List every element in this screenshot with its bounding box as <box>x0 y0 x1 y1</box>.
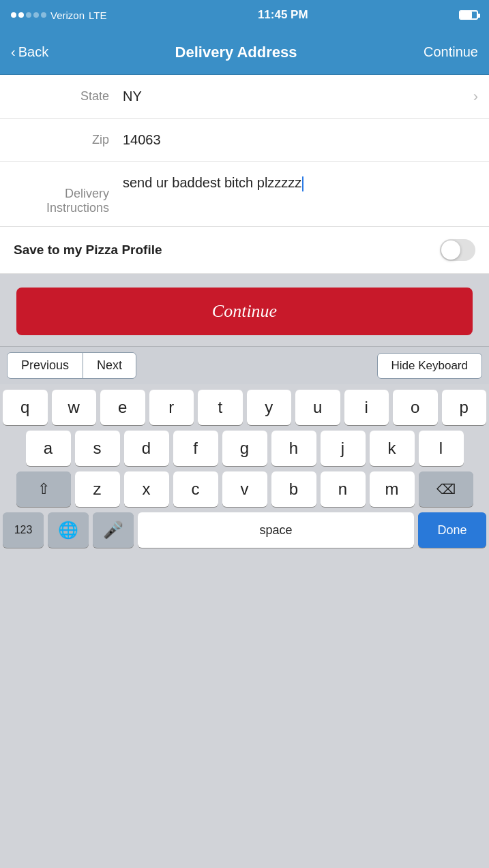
key-v[interactable]: v <box>222 471 267 507</box>
key-l[interactable]: l <box>419 431 464 466</box>
back-button[interactable]: ‹ Back <box>11 44 48 60</box>
key-z[interactable]: z <box>75 471 120 507</box>
status-right <box>459 10 478 20</box>
chevron-right-icon: › <box>473 88 478 106</box>
keyboard: q w e r t y u i o p a s d f g h j k l ⇧ … <box>0 384 489 556</box>
shift-icon: ⇧ <box>38 480 50 498</box>
previous-button[interactable]: Previous <box>8 353 83 378</box>
globe-key[interactable]: 🌐 <box>48 512 89 548</box>
keyboard-row-1: q w e r t y u i o p <box>3 390 486 425</box>
state-row[interactable]: State NY › <box>0 75 489 119</box>
done-key[interactable]: Done <box>418 512 486 548</box>
hide-keyboard-button[interactable]: Hide Keyboard <box>377 353 482 379</box>
status-left: Verizon LTE <box>11 10 106 21</box>
key-k[interactable]: k <box>370 431 415 466</box>
microphone-key[interactable]: 🎤 <box>93 512 134 548</box>
key-e[interactable]: e <box>100 390 145 425</box>
key-c[interactable]: c <box>173 471 218 507</box>
signal-dot-1 <box>11 12 16 18</box>
key-j[interactable]: j <box>321 431 366 466</box>
delivery-instructions-value[interactable]: send ur baddest bitch plzzzzz <box>123 173 475 192</box>
state-value: NY <box>123 89 475 104</box>
battery-icon <box>459 10 478 20</box>
continue-button[interactable]: Continue <box>16 288 473 335</box>
key-o[interactable]: o <box>393 390 438 425</box>
state-label: State <box>14 89 123 104</box>
key-n[interactable]: n <box>321 471 366 507</box>
shift-key[interactable]: ⇧ <box>16 471 71 507</box>
key-q[interactable]: q <box>3 390 48 425</box>
key-d[interactable]: d <box>124 431 169 466</box>
delivery-instructions-label: Delivery Instructions <box>14 173 123 215</box>
numbers-key[interactable]: 123 <box>3 512 44 548</box>
delete-key[interactable]: ⌫ <box>419 471 473 507</box>
signal-dot-5 <box>41 12 46 18</box>
zip-label: Zip <box>14 133 123 147</box>
key-h[interactable]: h <box>271 431 316 466</box>
signal-dot-3 <box>26 12 31 18</box>
next-button[interactable]: Next <box>83 353 136 378</box>
keyboard-toolbar: Previous Next Hide Keyboard <box>0 346 489 384</box>
space-key[interactable]: space <box>138 512 414 548</box>
toggle-thumb <box>441 241 460 260</box>
key-x[interactable]: x <box>124 471 169 507</box>
delete-icon: ⌫ <box>436 481 456 497</box>
key-i[interactable]: i <box>344 390 389 425</box>
key-u[interactable]: u <box>295 390 340 425</box>
signal-dot-4 <box>33 12 39 18</box>
chevron-left-icon: ‹ <box>11 44 16 60</box>
key-y[interactable]: y <box>247 390 292 425</box>
signal-dot-2 <box>18 12 24 18</box>
keyboard-row-2: a s d f g h j k l <box>3 431 486 466</box>
key-f[interactable]: f <box>173 431 218 466</box>
nav-bar: ‹ Back Delivery Address Continue <box>0 30 489 75</box>
key-b[interactable]: b <box>271 471 316 507</box>
battery-fill <box>460 12 472 18</box>
delivery-instructions-row[interactable]: Delivery Instructions send ur baddest bi… <box>0 162 489 227</box>
signal-indicator <box>11 12 46 18</box>
keyboard-row-bottom: 123 🌐 🎤 space Done <box>3 512 486 548</box>
keyboard-row-3: ⇧ z x c v b n m ⌫ <box>3 471 486 507</box>
key-r[interactable]: r <box>149 390 194 425</box>
status-bar: Verizon LTE 11:45 PM <box>0 0 489 30</box>
carrier-label: Verizon <box>50 10 85 21</box>
text-cursor <box>302 176 303 191</box>
page-title: Delivery Address <box>175 44 297 61</box>
key-m[interactable]: m <box>370 471 415 507</box>
globe-icon: 🌐 <box>58 521 78 540</box>
continue-section: Continue <box>0 274 489 346</box>
form-section: State NY › Zip 14063 Delivery Instructio… <box>0 75 489 227</box>
network-type: LTE <box>89 10 106 21</box>
zip-row[interactable]: Zip 14063 <box>0 119 489 162</box>
key-a[interactable]: a <box>26 431 71 466</box>
key-w[interactable]: w <box>52 390 97 425</box>
nav-buttons: Previous Next <box>7 352 136 379</box>
status-time: 11:45 PM <box>258 8 308 22</box>
pizza-profile-label: Save to my Pizza Profile <box>14 243 162 258</box>
pizza-profile-row[interactable]: Save to my Pizza Profile <box>0 227 489 274</box>
key-g[interactable]: g <box>222 431 267 466</box>
nav-continue-button[interactable]: Continue <box>424 44 478 60</box>
key-p[interactable]: p <box>442 390 487 425</box>
key-s[interactable]: s <box>75 431 120 466</box>
microphone-icon: 🎤 <box>103 521 123 540</box>
back-label: Back <box>18 44 48 60</box>
pizza-profile-toggle[interactable] <box>440 239 475 261</box>
key-t[interactable]: t <box>198 390 243 425</box>
zip-value: 14063 <box>123 132 475 148</box>
